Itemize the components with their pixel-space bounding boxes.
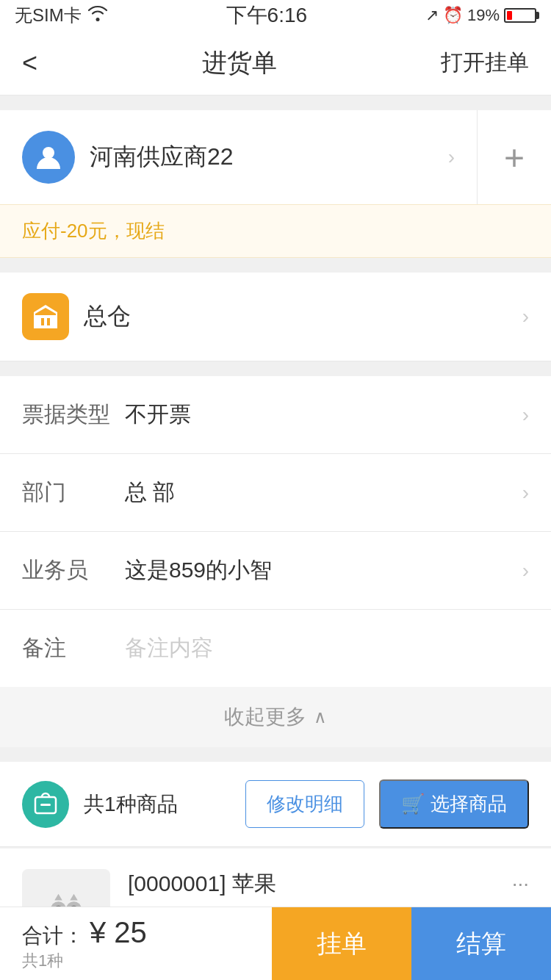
department-row[interactable]: 部门 总 部 › [0,454,551,531]
department-chevron-icon: › [522,481,529,505]
department-label: 部门 [22,478,125,508]
divider-products [0,846,551,847]
invoice-chevron-icon: › [522,403,529,427]
product-more-button[interactable]: ··· [512,869,529,896]
battery-percent: 19% [467,6,500,25]
products-header: 共1种商品 修改明细 🛒 选择商品 [0,762,551,846]
salesperson-value: 这是859的小智 [125,555,515,586]
section-divider-3 [0,361,551,376]
products-icon [22,781,69,828]
page-title: 进货单 [202,46,277,80]
remark-input[interactable]: 备注内容 [125,633,529,663]
salesperson-label: 业务员 [22,555,125,586]
section-divider-2 [0,258,551,273]
alarm-icon: ⏰ [443,6,463,25]
supplier-name: 河南供应商22 [90,141,441,173]
warehouse-chevron-icon: › [522,305,529,328]
total-section: 合计： ¥ 25 共1种 [0,907,272,980]
total-label: 合计： [22,922,84,950]
collapse-icon: ∧ [314,707,327,727]
wifi-icon [87,5,108,26]
form-section: 票据类型 不开票 › 部门 总 部 › 业务员 这是859的小智 › 备注 备注… [0,376,551,687]
supplier-row[interactable]: 河南供应商22 › [0,110,478,204]
product-title: 苹果 [232,871,276,896]
product-name: [0000001] 苹果 [128,869,494,899]
invoice-label: 票据类型 [22,400,125,430]
select-product-button[interactable]: 🛒 选择商品 [379,779,529,829]
svg-rect-2 [40,804,51,806]
section-divider-4 [0,747,551,762]
remark-row[interactable]: 备注 备注内容 [0,610,551,687]
edit-detail-button[interactable]: 修改明细 [245,780,364,828]
add-supplier-button[interactable]: + [478,110,551,204]
product-code: [0000001] [128,871,226,896]
bottom-bar: 合计： ¥ 25 共1种 挂单 结算 [0,907,551,980]
collapse-bar[interactable]: 收起更多 ∧ [0,687,551,747]
status-bar: 无SIM卡 下午6:16 ↗ ⏰ 19% [0,0,551,31]
total-sub: 共1种 [22,950,250,972]
select-product-icon: 🛒 [401,793,425,815]
warehouse-icon [22,293,69,340]
supplier-avatar [22,131,75,184]
salesperson-chevron-icon: › [522,559,529,583]
nav-bar: < 进货单 打开挂单 [0,31,551,96]
back-button[interactable]: < [22,48,37,79]
status-right: ↗ ⏰ 19% [425,6,536,25]
status-time: 下午6:16 [226,1,308,29]
carrier-text: 无SIM卡 [15,4,82,27]
svg-point-0 [43,147,54,159]
collapse-label: 收起更多 [224,703,306,731]
invoice-value: 不开票 [125,400,515,430]
select-product-label: 选择商品 [431,791,507,817]
remark-label: 备注 [22,633,125,663]
section-divider-1 [0,96,551,110]
notice-bar: 应付-20元，现结 [0,204,551,258]
location-icon: ↗ [425,6,439,25]
checkout-label: 结算 [456,927,506,961]
checkout-button[interactable]: 结算 [411,907,551,980]
chevron-right-icon: › [448,145,455,169]
hang-label: 挂单 [317,927,367,961]
department-value: 总 部 [125,478,515,508]
supplier-section: 河南供应商22 › + [0,110,551,204]
battery-icon [504,8,536,23]
open-hang-button[interactable]: 打开挂单 [441,48,529,78]
total-amount: ¥ 25 [90,916,147,949]
notice-text: 应付-20元，现结 [22,220,165,242]
status-left: 无SIM卡 [15,4,108,27]
salesperson-row[interactable]: 业务员 这是859的小智 › [0,532,551,609]
products-count: 共1种商品 [84,790,231,818]
hang-button[interactable]: 挂单 [272,907,411,980]
warehouse-section[interactable]: 总仓 › [0,273,551,361]
invoice-type-row[interactable]: 票据类型 不开票 › [0,376,551,453]
warehouse-name: 总仓 [84,300,515,333]
more-icon: ··· [512,872,529,896]
